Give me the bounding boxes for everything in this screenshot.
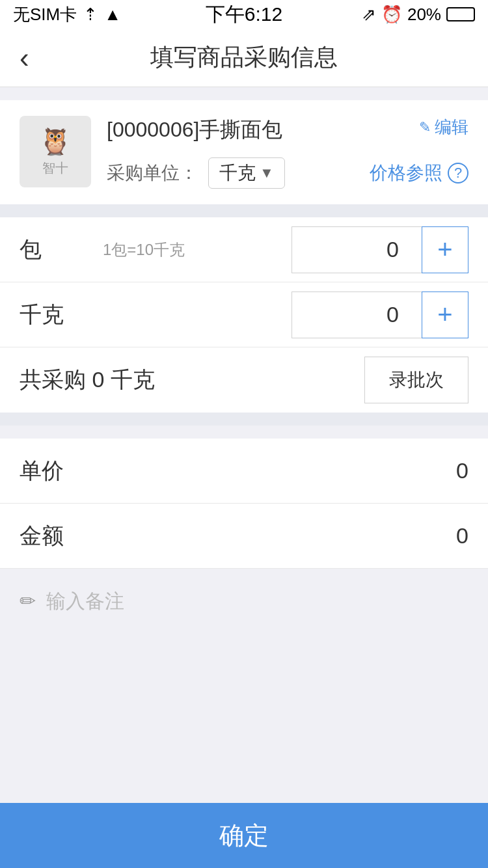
bao-label: 包 bbox=[20, 235, 98, 265]
page-title: 填写商品采购信息 bbox=[150, 42, 338, 74]
total-label: 共采购 0 千克 bbox=[20, 365, 155, 395]
kg-input[interactable] bbox=[291, 292, 422, 338]
status-right: ⇗ ⏰ 20% bbox=[362, 5, 475, 25]
carrier-text: 无SIM卡 bbox=[13, 3, 77, 26]
bao-field-wrap: + bbox=[291, 226, 468, 273]
price-ref-label: 价格参照 bbox=[370, 161, 442, 185]
edit-button[interactable]: ✎ 编辑 bbox=[419, 116, 468, 139]
back-button[interactable]: ‹ bbox=[20, 35, 42, 81]
nav-bar: ‹ 填写商品采购信息 bbox=[0, 29, 488, 87]
bao-input-row: 包 1包=10千克 + bbox=[0, 217, 488, 282]
status-left: 无SIM卡 ⇡ ▲ bbox=[13, 3, 121, 26]
kg-label: 千克 bbox=[20, 300, 98, 330]
amount-row: 金额 0 bbox=[0, 504, 488, 569]
location-icon: ⇗ bbox=[362, 5, 376, 25]
unit-price-value: 0 bbox=[456, 458, 468, 483]
status-bar: 无SIM卡 ⇡ ▲ 下午6:12 ⇗ ⏰ 20% bbox=[0, 0, 488, 29]
bao-sublabel: 1包=10千克 bbox=[103, 239, 185, 260]
battery-percent: 20% bbox=[407, 5, 441, 25]
kg-input-row: 千克 + bbox=[0, 282, 488, 347]
total-row: 共采购 0 千克 录批次 bbox=[0, 347, 488, 413]
amount-value: 0 bbox=[456, 523, 468, 549]
product-card: 🦉 智十 [0000006]手撕面包 采购单位： 千克 ▼ 价格参照 ? ✎ 编… bbox=[0, 100, 488, 204]
alarm-icon: ⏰ bbox=[381, 5, 402, 25]
section-divider-1 bbox=[0, 204, 488, 217]
unit-value: 千克 bbox=[219, 161, 256, 185]
status-time: 下午6:12 bbox=[206, 1, 282, 28]
info-section: 单价 0 金额 0 bbox=[0, 439, 488, 569]
product-info: [0000006]手撕面包 采购单位： 千克 ▼ 价格参照 ? bbox=[107, 116, 468, 189]
signal-icon: ▲ bbox=[104, 5, 121, 25]
unit-price-row: 单价 0 bbox=[0, 439, 488, 504]
wifi-icon: ⇡ bbox=[83, 5, 98, 25]
unit-dropdown-arrow: ▼ bbox=[260, 165, 274, 182]
edit-icon: ✎ bbox=[419, 119, 431, 136]
notes-pencil-icon: ✏ bbox=[20, 590, 36, 612]
product-name: [0000006]手撕面包 bbox=[107, 116, 468, 144]
edit-label: 编辑 bbox=[435, 116, 468, 139]
kg-input-section: 千克 + bbox=[0, 282, 488, 347]
unit-price-label: 单价 bbox=[20, 456, 64, 486]
bao-input-section: 包 1包=10千克 + bbox=[0, 217, 488, 282]
unit-select[interactable]: 千克 ▼ bbox=[208, 157, 285, 189]
product-unit-row: 采购单位： 千克 ▼ 价格参照 ? bbox=[107, 157, 468, 189]
product-thumbnail: 🦉 智十 bbox=[20, 116, 91, 187]
bao-input[interactable] bbox=[291, 226, 422, 273]
confirm-button[interactable]: 确定 bbox=[0, 803, 488, 868]
price-ref-button[interactable]: 价格参照 ? bbox=[370, 161, 468, 185]
kg-field-wrap: + bbox=[291, 292, 468, 338]
battery-icon bbox=[446, 7, 475, 21]
kg-plus-button[interactable]: + bbox=[422, 292, 468, 338]
bao-plus-button[interactable]: + bbox=[422, 226, 468, 273]
notes-section[interactable]: ✏ 输入备注 bbox=[0, 569, 488, 647]
notes-placeholder: 输入备注 bbox=[46, 588, 124, 615]
amount-label: 金额 bbox=[20, 521, 64, 551]
batch-button[interactable]: 录批次 bbox=[364, 357, 468, 403]
unit-label: 采购单位： bbox=[107, 161, 198, 185]
section-divider-2 bbox=[0, 413, 488, 426]
price-ref-help-icon: ? bbox=[448, 163, 468, 183]
product-thumb-owl: 🦉 bbox=[39, 126, 72, 157]
product-thumb-label: 智十 bbox=[42, 159, 68, 177]
